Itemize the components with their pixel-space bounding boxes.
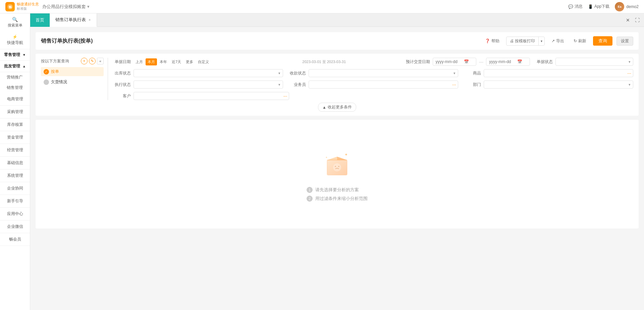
date-tab-last-month[interactable]: 上月 — [133, 58, 145, 65]
user-area[interactable]: Ea demo2 — [615, 2, 639, 11]
top-title-dropdown-icon[interactable]: ▾ — [87, 4, 90, 9]
app-download-btn[interactable]: 📱 App下载 — [588, 4, 609, 9]
logo-sub: 标准版 — [17, 6, 39, 11]
doc-status-select[interactable] — [555, 58, 633, 66]
system-label: 系统管理 — [7, 173, 23, 178]
date-tab-this-year[interactable]: 本年 — [158, 58, 169, 65]
search-label: 搜索菜单 — [8, 23, 22, 28]
collect-status-select[interactable] — [309, 69, 458, 77]
logo-text-area: 畅捷通好生意 标准版 — [17, 2, 39, 11]
empty-state: ✦ ✦ 1 请先选择要分析的方案 — [36, 120, 639, 228]
wholesale-expand-icon: ▲ — [22, 64, 26, 68]
salesperson-input[interactable] — [309, 81, 458, 89]
sidebar-item-basic[interactable]: 基础信息 — [0, 157, 30, 169]
customer-input[interactable] — [133, 92, 289, 100]
sidebar-item-wechat[interactable]: 企业微信 — [0, 220, 30, 233]
scheme-add-btn[interactable]: + — [81, 58, 88, 64]
sidebar-sub-marketing[interactable]: 营销推广 — [0, 72, 30, 83]
sidebar-item-newguide[interactable]: 新手引导 — [0, 195, 30, 208]
salesperson-dots-btn[interactable]: ··· — [452, 82, 456, 87]
sidebar-item-purchase[interactable]: 采购管理 — [0, 106, 30, 118]
help-btn[interactable]: ❓ 帮助 — [482, 37, 502, 45]
top-bar-left: 畅 畅捷通好生意 标准版 办公用品行业模拟账套 ▾ — [5, 2, 90, 11]
tab-home[interactable]: 首页 — [30, 13, 50, 27]
sidebar-item-operation[interactable]: 经营管理 — [0, 144, 30, 157]
filter-fields: 单据日期 上月 本月 本年 近7天 更多 自定义 — [112, 58, 633, 100]
sidebar-item-member[interactable]: 畅会员 — [0, 233, 30, 246]
scheme-item-shortage[interactable]: 欠货情况 — [41, 78, 104, 87]
main-layout: 🔍 搜索菜单 ⚡ 快捷导航 零售管理 ▼ 批发管理 ▲ 营销推广 销售管理 — [0, 13, 644, 310]
sidebar-section-retail: 零售管理 ▼ — [0, 49, 30, 61]
content-area: 首页 销售订单执行表 × ✕ ⛶ 销售订单执行表(按单) ❓ 帮助 — [30, 13, 644, 310]
quicknav-label: 快捷导航 — [7, 40, 23, 46]
exec-status-select[interactable] — [133, 81, 283, 89]
message-icon: 💬 — [568, 4, 573, 9]
dept-select[interactable] — [484, 81, 633, 89]
expected-date-from[interactable]: 📅 — [433, 58, 477, 66]
scheme-selector: 按以下方案查询 + ✎ « ✓ 按单 — [41, 58, 108, 100]
scheme-inactive-icon — [44, 80, 49, 85]
goods-dots-btn[interactable]: ··· — [627, 70, 631, 76]
logo-area: 畅 畅捷通好生意 标准版 — [5, 2, 39, 11]
sidebar-item-system[interactable]: 系统管理 — [0, 169, 30, 182]
refresh-btn[interactable]: ↻ 刷新 — [571, 37, 589, 45]
operation-label: 经营管理 — [7, 147, 23, 153]
sidebar-item-finance[interactable]: 资金管理 — [0, 131, 30, 144]
date-label: 单据日期 — [112, 59, 131, 65]
doc-status-label: 单据状态 — [534, 59, 553, 65]
expected-date-to-input[interactable] — [489, 59, 516, 64]
date-separator: — — [479, 59, 483, 64]
print-btn[interactable]: 🖨 按模板打印 — [506, 37, 539, 45]
basic-label: 基础信息 — [7, 160, 23, 166]
scheme-actions: + ✎ « — [81, 58, 104, 64]
exec-status-select-wrap — [133, 81, 283, 89]
expected-date-to[interactable]: 📅 — [486, 58, 530, 66]
setting-btn[interactable]: 设置 — [616, 37, 633, 46]
customer-input-wrap: ··· — [133, 92, 289, 100]
calendar-to-icon[interactable]: 📅 — [517, 59, 522, 64]
scheme-item-dansingle[interactable]: ✓ 按单 — [41, 67, 104, 76]
ecommerce-label: 电商管理 — [7, 96, 23, 102]
window-close-btn[interactable]: ✕ — [624, 16, 632, 24]
query-btn[interactable]: 查询 — [593, 36, 612, 46]
date-tab-this-month[interactable]: 本月 — [146, 58, 157, 65]
page-header: 销售订单执行表(按单) ❓ 帮助 🖨 按模板打印 ▾ ↗ — [36, 32, 639, 50]
collapse-btn[interactable]: ▲ 收起更多条件 — [318, 103, 356, 112]
sidebar-search[interactable]: 🔍 搜索菜单 — [0, 13, 30, 31]
export-btn[interactable]: ↗ 导出 — [549, 37, 567, 45]
goods-input[interactable] — [484, 69, 633, 77]
calendar-from-icon[interactable]: 📅 — [464, 59, 469, 64]
sidebar-item-collab[interactable]: 企业协同 — [0, 182, 30, 195]
sidebar-item-ecommerce[interactable]: 电商管理 — [0, 93, 30, 106]
scheme-item-label-2: 欠货情况 — [51, 79, 67, 85]
help-icon: ❓ — [485, 39, 490, 43]
sidebar-item-inventory[interactable]: 库存核算 — [0, 118, 30, 131]
tab-close-btn[interactable]: × — [88, 18, 91, 22]
date-tab-7days[interactable]: 近7天 — [170, 58, 183, 65]
date-tabs: 上月 本月 本年 近7天 更多 自定义 — [133, 58, 211, 65]
date-tab-more[interactable]: 更多 — [184, 58, 195, 65]
tab-home-label: 首页 — [36, 17, 44, 23]
sidebar-item-wholesale[interactable]: 批发管理 ▲ — [0, 61, 30, 72]
window-expand-btn[interactable]: ⛶ — [633, 16, 641, 24]
sidebar-item-retail[interactable]: 零售管理 ▼ — [0, 49, 30, 61]
sidebar-sub-sales[interactable]: 销售管理 — [0, 83, 30, 93]
top-bar-right: 💬 消息 📱 App下载 Ea demo2 — [568, 2, 639, 11]
filter-panel: 按以下方案查询 + ✎ « ✓ 按单 — [36, 54, 639, 116]
message-btn[interactable]: 💬 消息 — [568, 4, 583, 9]
expected-date-label: 预计交货日期 — [406, 59, 430, 65]
sidebar-item-appcenter[interactable]: 应用中心 — [0, 208, 30, 220]
expected-date-from-input[interactable] — [436, 59, 463, 64]
print-dropdown-btn[interactable]: ▾ — [539, 38, 544, 44]
scheme-edit-btn[interactable]: ✎ — [89, 58, 96, 64]
tab-active[interactable]: 销售订单执行表 × — [50, 13, 97, 27]
scheme-collapse-btn[interactable]: « — [97, 58, 104, 64]
filter-row-4: 客户 ··· — [112, 92, 633, 100]
doc-status-select-wrap — [555, 58, 633, 66]
logo-icon: 畅 — [5, 2, 15, 11]
customer-dots-btn[interactable]: ··· — [283, 93, 287, 99]
export-icon: ↗ — [551, 39, 555, 43]
sidebar-item-quicknav[interactable]: ⚡ 快捷导航 — [0, 31, 30, 49]
date-tab-custom[interactable]: 自定义 — [196, 58, 211, 65]
ship-status-select[interactable] — [133, 69, 283, 77]
